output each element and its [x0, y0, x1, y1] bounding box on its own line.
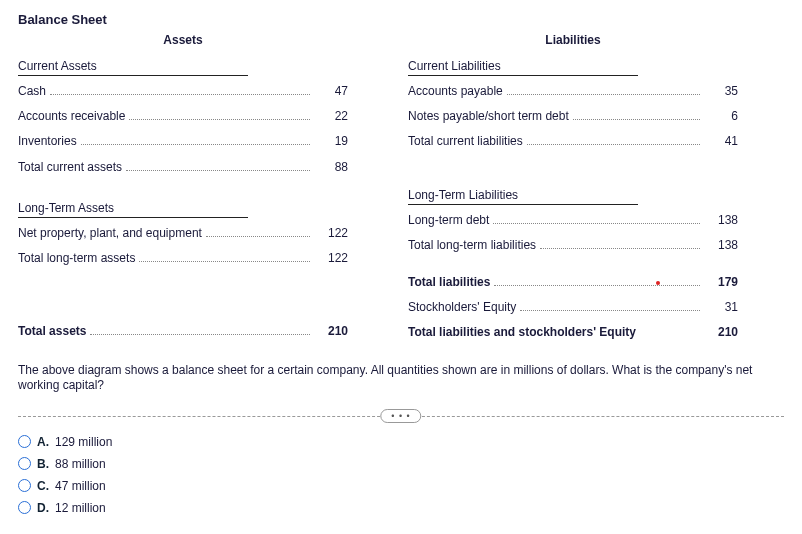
leader-dots: [50, 94, 310, 95]
option-c-text: 47 million: [55, 479, 106, 493]
leader-dots: [573, 119, 700, 120]
question-text: The above diagram shows a balance sheet …: [18, 363, 784, 394]
row-ppe: Net property, plant, and equipment 122: [18, 224, 348, 243]
row-total-assets: Total assets 210: [18, 322, 348, 341]
radio-d[interactable]: [18, 501, 31, 514]
marker-dot-icon: [656, 281, 660, 285]
row-tca: Total current assets 88: [18, 158, 348, 177]
option-b[interactable]: B. 88 million: [18, 457, 784, 471]
option-b-letter: B.: [37, 457, 49, 471]
label-ap: Accounts payable: [408, 82, 503, 101]
row-tlse: Total liabilities and stockholders' Equi…: [408, 323, 738, 342]
label-ta: Total assets: [18, 322, 86, 341]
label-tcl: Total current liabilities: [408, 132, 523, 151]
value-cash: 47: [314, 82, 348, 101]
liabilities-heading: Liabilities: [408, 33, 738, 47]
row-ltd: Long-term debt 138: [408, 211, 738, 230]
longterm-assets-heading: Long-Term Assets: [18, 201, 248, 218]
label-se: Stockholders' Equity: [408, 298, 516, 317]
radio-b[interactable]: [18, 457, 31, 470]
option-d-text: 12 million: [55, 501, 106, 515]
assets-heading: Assets: [18, 33, 348, 47]
option-c[interactable]: C. 47 million: [18, 479, 784, 493]
value-tca: 88: [314, 158, 348, 177]
leader-dots: [206, 236, 310, 237]
value-ppe: 122: [314, 224, 348, 243]
assets-column: Assets Current Assets Cash 47 Accounts r…: [18, 33, 348, 349]
option-a-letter: A.: [37, 435, 49, 449]
page-title: Balance Sheet: [18, 12, 784, 27]
leader-dots: [540, 248, 700, 249]
label-tltl: Total long-term liabilities: [408, 236, 536, 255]
label-ar: Accounts receivable: [18, 107, 125, 126]
expand-button[interactable]: • • •: [380, 409, 421, 423]
value-tlta: 122: [314, 249, 348, 268]
value-inv: 19: [314, 132, 348, 151]
value-ar: 22: [314, 107, 348, 126]
label-np: Notes payable/short term debt: [408, 107, 569, 126]
answer-options: A. 129 million B. 88 million C. 47 milli…: [18, 435, 784, 515]
leader-dots: [527, 144, 700, 145]
row-cash: Cash 47: [18, 82, 348, 101]
leader-dots: [494, 285, 700, 286]
option-a[interactable]: A. 129 million: [18, 435, 784, 449]
value-tcl: 41: [704, 132, 738, 151]
row-se: Stockholders' Equity 31: [408, 298, 738, 317]
section-divider: • • •: [18, 416, 784, 417]
leader-dots: [139, 261, 310, 262]
label-ppe: Net property, plant, and equipment: [18, 224, 202, 243]
row-tcl: Total current liabilities 41: [408, 132, 738, 151]
label-tlse: Total liabilities and stockholders' Equi…: [408, 323, 636, 342]
label-tlta: Total long-term assets: [18, 249, 135, 268]
row-tltl: Total long-term liabilities 138: [408, 236, 738, 255]
value-ap: 35: [704, 82, 738, 101]
option-d-letter: D.: [37, 501, 49, 515]
leader-dots: [129, 119, 310, 120]
radio-c[interactable]: [18, 479, 31, 492]
row-tlta: Total long-term assets 122: [18, 249, 348, 268]
leader-dots: [493, 223, 700, 224]
current-liabilities-heading: Current Liabilities: [408, 59, 638, 76]
value-se: 31: [704, 298, 738, 317]
value-tlse: 210: [704, 323, 738, 342]
radio-a[interactable]: [18, 435, 31, 448]
leader-dots: [520, 310, 700, 311]
leader-dots: [90, 334, 310, 335]
option-b-text: 88 million: [55, 457, 106, 471]
label-cash: Cash: [18, 82, 46, 101]
option-a-text: 129 million: [55, 435, 112, 449]
current-assets-heading: Current Assets: [18, 59, 248, 76]
value-tl: 179: [704, 273, 738, 292]
label-tl: Total liabilities: [408, 273, 490, 292]
liabilities-column: Liabilities Current Liabilities Accounts…: [408, 33, 738, 349]
label-inv: Inventories: [18, 132, 77, 151]
balance-sheet: Assets Current Assets Cash 47 Accounts r…: [18, 33, 784, 349]
value-np: 6: [704, 107, 738, 126]
value-ltd: 138: [704, 211, 738, 230]
value-ta: 210: [314, 322, 348, 341]
longterm-liabilities-heading: Long-Term Liabilities: [408, 188, 638, 205]
leader-dots: [81, 144, 310, 145]
leader-dots: [507, 94, 700, 95]
option-c-letter: C.: [37, 479, 49, 493]
label-tca: Total current assets: [18, 158, 122, 177]
row-ar: Accounts receivable 22: [18, 107, 348, 126]
row-ap: Accounts payable 35: [408, 82, 738, 101]
value-tltl: 138: [704, 236, 738, 255]
row-np: Notes payable/short term debt 6: [408, 107, 738, 126]
row-total-liabilities: Total liabilities 179: [408, 273, 738, 292]
leader-dots: [126, 170, 310, 171]
label-ltd: Long-term debt: [408, 211, 489, 230]
row-inv: Inventories 19: [18, 132, 348, 151]
option-d[interactable]: D. 12 million: [18, 501, 784, 515]
